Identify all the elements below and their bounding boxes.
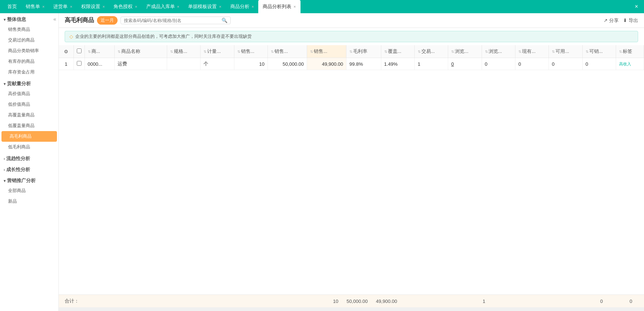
main-area: « ▾ 整体信息 销售类商品 交易过的商品 商品分类助销率 有库存的商品 库存资… (0, 13, 644, 311)
sidebar-item-all-goods[interactable]: 全部商品 (0, 185, 58, 196)
nav-goods-analysis-close[interactable]: × (252, 4, 254, 9)
info-icon: ◇ (69, 34, 73, 39)
export-icon: ⬇ (623, 18, 627, 23)
bottom-scrollbar[interactable] (59, 307, 644, 311)
footer-stock-sale: 0 (609, 299, 638, 304)
nav-sales[interactable]: 销售单 × (21, 0, 49, 13)
cell-unit: 个 (201, 58, 234, 70)
col-gross-rate-header[interactable]: ⇅毛利率 (346, 45, 381, 58)
content-area: 高毛利商品 近一月 🔍 ↗ 分享 ⬇ 导出 ◇ 企业的主要的利润都是这部分商品创… (59, 13, 644, 311)
content-header: 高毛利商品 近一月 🔍 ↗ 分享 ⬇ 导出 (59, 13, 644, 28)
col-sales-amount-header[interactable]: ⇅销售... (267, 45, 307, 58)
header-actions: ↗ 分享 ⬇ 导出 (604, 17, 638, 24)
nav-goods-analysis[interactable]: 商品分析 × (226, 0, 258, 13)
col-stock-avail-header[interactable]: ⇅可用... (549, 45, 582, 58)
sidebar-item-low-coverage[interactable]: 低覆盖量商品 (0, 120, 58, 131)
sidebar-collapse-button[interactable]: « (53, 16, 56, 22)
cell-view2: 0 (482, 58, 515, 70)
nav-permission[interactable]: 权限设置 × (77, 0, 109, 13)
sidebar-group-overall[interactable]: ▾ 整体信息 (0, 13, 58, 24)
select-all-checkbox[interactable] (77, 48, 82, 53)
sidebar-item-category-rate[interactable]: 商品分类助销率 (0, 46, 58, 56)
col-checkbox-header[interactable] (73, 45, 84, 58)
sidebar-item-in-stock-goods[interactable]: 有库存的商品 (0, 56, 58, 67)
col-unit-header[interactable]: ⇅计量... (201, 45, 234, 58)
col-name-header[interactable]: ⇅商品名称 (114, 45, 167, 58)
top-navbar: 首页 销售单 × 进货单 × 权限设置 × 角色授权 × 产成品入库单 × 单据… (0, 0, 644, 13)
sidebar-item-stock-capital[interactable]: 库存资金占用 (0, 67, 58, 77)
sidebar-item-low-margin[interactable]: 低毛利商品 (0, 142, 58, 152)
nav-goods-analysis-list[interactable]: 商品分析列表 × (258, 0, 300, 13)
sidebar-item-high-value[interactable]: 高价值商品 (0, 88, 58, 99)
search-input[interactable] (124, 18, 222, 23)
info-banner-text: 企业的主要的利润都是这部分商品创造的，可考虑加大推广，同时关注库存是不要出现缺货 (75, 33, 252, 40)
cell-code: 0000... (84, 58, 114, 70)
footer-transaction: 1 (462, 299, 491, 304)
sidebar-item-high-margin[interactable]: 高毛利商品 (1, 131, 57, 142)
col-sales-qty-header[interactable]: ⇅销售... (234, 45, 267, 58)
col-stock-sale-header[interactable]: ⇅可销... (582, 45, 616, 58)
col-view2-header[interactable]: ⇅浏览... (482, 45, 515, 58)
col-stock-cur-header[interactable]: ⇅现有... (515, 45, 548, 58)
info-banner: ◇ 企业的主要的利润都是这部分商品创造的，可考虑加大推广，同时关注库存是不要出现… (65, 31, 638, 42)
nav-close-all-button[interactable]: × (632, 3, 641, 10)
col-view1-header[interactable]: ⇅浏览... (448, 45, 482, 58)
col-transaction-header[interactable]: ⇅交易... (414, 45, 448, 58)
row-checkbox[interactable] (77, 61, 82, 66)
col-coverage-header[interactable]: ⇅覆盖... (381, 45, 414, 58)
sidebar-item-new-goods[interactable]: 新品 (0, 196, 58, 207)
nav-purchase[interactable]: 进货单 × (49, 0, 76, 13)
cell-tag: 高收入 (616, 58, 644, 70)
filter-period-button[interactable]: 近一月 (97, 16, 118, 25)
col-spec-header[interactable]: ⇅规格... (167, 45, 200, 58)
nav-role[interactable]: 角色授权 × (109, 0, 141, 13)
col-code-header[interactable]: ⇅商... (84, 45, 114, 58)
footer-totals: 合计： 10 50,000.00 49,900.00 1 0 0 (59, 294, 644, 307)
export-button[interactable]: ⬇ 导出 (623, 17, 638, 24)
sidebar-group-contribution-arrow: ▾ (4, 82, 6, 86)
nav-template-close[interactable]: × (219, 4, 221, 9)
search-box: 🔍 (120, 17, 231, 24)
nav-home[interactable]: 首页 (3, 0, 21, 13)
cell-checkbox[interactable] (73, 58, 84, 70)
col-settings[interactable]: ⚙ (59, 45, 73, 58)
table-container: ⚙ ⇅商... ⇅商品名称 ⇅规格... ⇅计量... ⇅销售... ⇅销售..… (59, 45, 644, 294)
col-tag-header[interactable]: ⇅标签 (616, 45, 644, 58)
nav-sales-close[interactable]: × (42, 4, 44, 9)
sidebar-item-traded-goods[interactable]: 交易过的商品 (0, 35, 58, 46)
cell-spec (167, 58, 200, 70)
nav-product-in[interactable]: 产成品入库单 × (142, 0, 184, 13)
cell-transaction: 1 (414, 58, 448, 70)
col-sales-profit-header[interactable]: ⇅销售... (307, 45, 346, 58)
cell-sales-qty: 10 (234, 58, 267, 70)
footer-sales-amount: 50,000.00 (344, 299, 374, 304)
cell-view1[interactable]: 0 (448, 58, 482, 70)
sidebar-group-trend[interactable]: › 流趋性分析 (0, 152, 58, 163)
footer-label: 合计： (65, 298, 79, 304)
cell-stock-avail: 0 (549, 58, 582, 70)
cell-stock-cur: 0 (515, 58, 548, 70)
nav-goods-analysis-list-close[interactable]: × (294, 4, 296, 9)
search-icon[interactable]: 🔍 (222, 18, 227, 23)
nav-permission-close[interactable]: × (102, 4, 105, 9)
nav-product-in-close[interactable]: × (177, 4, 179, 9)
sidebar-item-sales-goods[interactable]: 销售类商品 (0, 24, 58, 35)
table-row: 1 0000... 运费 个 10 50,000.00 49,900.00 99… (59, 58, 644, 70)
cell-sales-amount: 50,000.00 (267, 58, 307, 70)
cell-coverage: 1.49% (381, 58, 414, 70)
footer-sales-profit: 49,900.00 (374, 299, 403, 304)
nav-template[interactable]: 单据模板设置 × (184, 0, 226, 13)
sidebar-group-growth[interactable]: › 成长性分析 (0, 163, 58, 174)
nav-role-close[interactable]: × (135, 4, 137, 9)
sidebar-group-marketing[interactable]: ▾ 营销推广分析 (0, 174, 58, 185)
sidebar-group-growth-arrow: › (4, 168, 5, 172)
sidebar-group-contribution[interactable]: ▾ 贡献量分析 (0, 77, 58, 88)
sidebar-group-overall-arrow: ▾ (4, 18, 6, 22)
nav-purchase-close[interactable]: × (70, 4, 72, 9)
goods-table: ⚙ ⇅商... ⇅商品名称 ⇅规格... ⇅计量... ⇅销售... ⇅销售..… (59, 45, 644, 70)
cell-gross-rate: 99.8% (346, 58, 381, 70)
sidebar-item-low-value[interactable]: 低价值商品 (0, 99, 58, 110)
cell-sales-profit: 49,900.00 (307, 58, 346, 70)
share-button[interactable]: ↗ 分享 (604, 17, 619, 24)
sidebar-item-high-coverage[interactable]: 高覆盖量商品 (0, 110, 58, 120)
